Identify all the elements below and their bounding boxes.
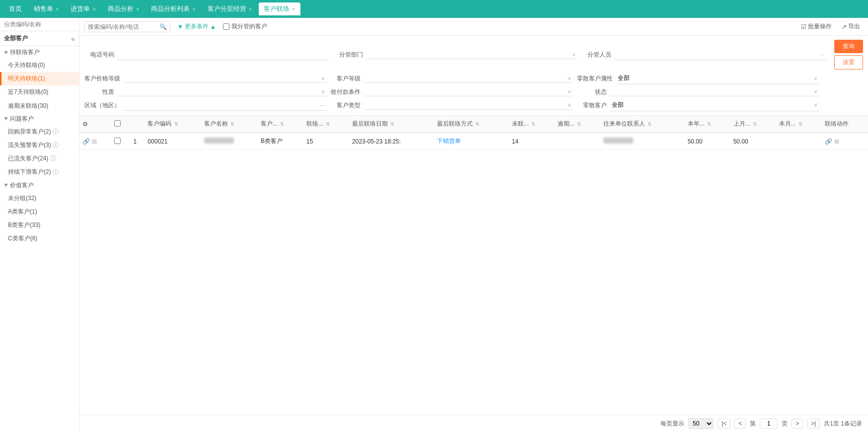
sidebar-search-input[interactable] — [4, 21, 78, 28]
col-contact-person[interactable]: 往来单位联系人 ⇅ — [600, 116, 685, 133]
select-all-checkbox[interactable] — [114, 120, 121, 127]
info-icon: ⓘ — [51, 168, 59, 175]
sidebar-item[interactable]: 今天待联络(0) — [0, 59, 79, 72]
filter-price-grade: 客户价格等级 ∨ — [84, 74, 327, 83]
per-page-select[interactable]: 50 100 200 — [688, 418, 714, 429]
table-cell — [555, 133, 600, 150]
sidebar-group-label: 价值客户 — [10, 181, 34, 190]
my-customers-checkbox[interactable] — [223, 23, 229, 30]
close-tab-icon[interactable]: × — [136, 6, 139, 12]
filter-retail-attr-select[interactable]: 全部∨ — [616, 72, 819, 84]
filter-person-label: 分管人员 — [581, 51, 611, 59]
info-icon: ⓘ — [51, 142, 59, 148]
search-icon[interactable]: 🔍 — [159, 23, 167, 30]
first-page-btn[interactable]: |< — [718, 419, 730, 429]
col-type[interactable]: 客户... ⇅ — [258, 116, 303, 133]
filter-price-grade-select[interactable]: ∨ — [123, 74, 327, 83]
close-tab-icon[interactable]: × — [192, 6, 195, 12]
page-input[interactable] — [760, 419, 778, 429]
col-checkbox[interactable] — [111, 116, 131, 133]
sidebar-group-价值客户: 价值客户 — [0, 179, 79, 192]
batch-operation-btn[interactable]: ☑ 批量操作 — [798, 21, 835, 32]
col-overdue[interactable]: 逾期... ⇅ — [555, 116, 600, 133]
nav-item-首页[interactable]: 首页 — [4, 2, 27, 15]
nav-item-商品分析[interactable]: 商品分析× — [103, 2, 144, 15]
sidebar-item[interactable]: C类客户(6) — [0, 232, 79, 245]
col-gear[interactable]: ⚙ — [79, 116, 111, 133]
col-code[interactable]: 客户编码 ⇅ — [145, 116, 201, 133]
row-grid-icon[interactable]: ⊞ — [92, 138, 97, 145]
row-checkbox[interactable] — [114, 138, 121, 144]
last-page-btn[interactable]: >| — [807, 419, 820, 429]
filter-dept-label: 分管部门 — [333, 51, 363, 59]
sidebar-item[interactable]: A类客户(1) — [0, 205, 79, 218]
nav-item-进货单[interactable]: 进货单× — [66, 2, 100, 15]
filter-dept-select[interactable]: ∨ — [366, 50, 578, 59]
table-cell: 1 — [130, 133, 145, 150]
filter-phone-input[interactable] — [117, 50, 329, 60]
col-last-method[interactable]: 最后联络方式 ⇅ — [434, 116, 509, 133]
row-action-icon[interactable]: 🔗 — [82, 138, 90, 145]
col-uncontact[interactable]: 未联... ⇅ — [509, 116, 555, 133]
close-tab-icon[interactable]: × — [92, 6, 95, 12]
filter-retail-customer-select[interactable]: 全部∨ — [610, 99, 819, 111]
contact-action-icon[interactable]: 🔗 — [825, 138, 832, 145]
col-contact[interactable]: 联络... ⇅ — [303, 116, 349, 133]
sidebar-item[interactable]: 未分组(32) — [0, 192, 79, 205]
filter-status-select[interactable]: ∨ — [610, 87, 819, 96]
contact-grid-icon[interactable]: ⊞ — [834, 138, 839, 145]
filter-phone-label: 电话号码 — [84, 51, 114, 59]
sidebar-group-待联络客户: 待联络客户 — [0, 46, 79, 59]
sidebar-group-问题客户: 问题客户 — [0, 113, 79, 125]
sidebar-item[interactable]: 持续下滑客户(2) ⓘ — [0, 165, 79, 179]
filter-payment-select[interactable]: ∨ — [363, 87, 573, 96]
set-btn[interactable]: 设置 — [834, 55, 863, 70]
content-area: 🔍 ▼ 更多条件 ▲ 我分管的客户 ☑ 批量操作 ↗ 导出 — [79, 18, 868, 432]
sidebar-all-customers[interactable]: 全部客户 « — [0, 31, 79, 46]
sidebar-item[interactable]: 逾期未联络(30) — [0, 99, 79, 113]
search-input[interactable] — [88, 23, 157, 30]
sidebar-item[interactable]: 流失预警客户(3) ⓘ — [0, 139, 79, 152]
filter-up-icon: ▲ — [210, 23, 216, 30]
query-btn[interactable]: 查询 — [834, 40, 863, 53]
main-layout: 🔍 全部客户 « 待联络客户今天待联络(0)明天待联络(1)近7天待联络(0)逾… — [0, 18, 868, 432]
sidebar-item[interactable]: 明天待联络(1) — [0, 72, 79, 85]
close-tab-icon[interactable]: × — [249, 6, 252, 12]
nav-item-客户联络[interactable]: 客户联络× — [259, 2, 300, 15]
col-last-date[interactable]: 最后联络日期 ⇅ — [349, 116, 434, 133]
nav-item-商品分析列表[interactable]: 商品分析列表× — [146, 2, 200, 15]
sidebar-item[interactable]: 近7天待联络(0) — [0, 85, 79, 99]
my-customers-checkbox-label[interactable]: 我分管的客户 — [223, 22, 267, 31]
sidebar-item[interactable]: 回购异常客户(2) ⓘ — [0, 125, 79, 139]
filter-panel: 电话号码 分管部门 ∨ 分管人员 ··· 查询 设置 — [79, 36, 868, 116]
col-last-month[interactable]: 上月... ⇅ — [730, 116, 776, 133]
filter-status-label: 状态 — [577, 88, 607, 96]
col-name[interactable]: 客户名称 ⇅ — [201, 116, 258, 133]
filter-person-select[interactable]: ··· — [614, 50, 826, 60]
sidebar-collapse-icon[interactable]: « — [71, 35, 75, 43]
col-this-month[interactable]: 本月... ⇅ — [776, 116, 822, 133]
nav-item-销售单[interactable]: 销售单× — [29, 2, 64, 15]
col-this-year[interactable]: 本年... ⇅ — [685, 116, 730, 133]
next-page-btn[interactable]: > — [792, 419, 803, 429]
filter-region-select[interactable]: ··· — [123, 100, 327, 111]
filter-row-1: 电话号码 分管部门 ∨ 分管人员 ··· 查询 设置 — [84, 40, 863, 70]
sidebar-search-container: 🔍 — [0, 18, 79, 31]
close-tab-icon[interactable]: × — [56, 6, 59, 12]
close-tab-icon[interactable]: × — [292, 6, 295, 12]
filter-customer-type: 客户类型 ∨ — [331, 101, 573, 110]
contact-method-link[interactable]: 下销货单 — [437, 138, 461, 144]
filter-nature-select[interactable]: ∨ — [117, 87, 327, 96]
table-cell: 🔗⊞ — [822, 133, 868, 150]
filter-retail-attr-label: 零散客户属性 — [577, 74, 613, 83]
export-btn[interactable]: ↗ 导出 — [839, 21, 863, 32]
search-box[interactable]: 🔍 — [84, 21, 170, 32]
filter-more-btn[interactable]: ▼ 更多条件 ▲ — [174, 21, 219, 32]
nav-item-客户分层经营[interactable]: 客户分层经营× — [203, 2, 257, 15]
prev-page-btn[interactable]: < — [734, 419, 746, 429]
filter-customer-grade-select[interactable]: ∨ — [363, 74, 573, 83]
filter-customer-type-select[interactable]: ∨ — [363, 101, 573, 110]
sidebar-item[interactable]: 已流失客户(24) ⓘ — [0, 152, 79, 165]
sidebar-item[interactable]: B类客户(33) — [0, 218, 79, 232]
filter-payment-label: 收付款条件 — [331, 88, 361, 96]
